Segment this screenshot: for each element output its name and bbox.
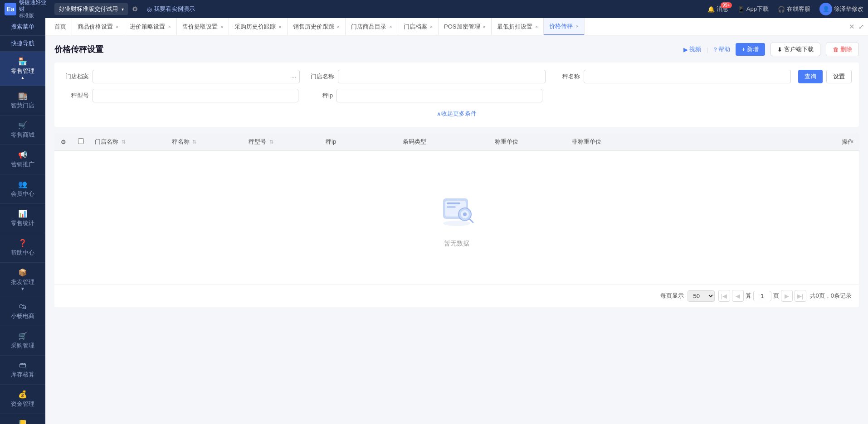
sidebar-item-wholesale-mgmt[interactable]: 📦 批发管理 ▼	[0, 263, 45, 297]
tab-purchase-strategy-close[interactable]: ×	[168, 24, 171, 29]
next-page-button[interactable]: ▶	[781, 290, 793, 302]
tab-price-scale-close[interactable]: ×	[575, 24, 578, 29]
settings-button-form[interactable]: 设置	[826, 70, 852, 83]
table-container: ⚙ 门店名称 ⇅ 秤名称	[54, 133, 859, 151]
tab-goods-price-close[interactable]: ×	[116, 24, 118, 29]
retail-mgmt-icon: 🏪	[18, 57, 27, 66]
messages-button[interactable]: 🔔 消息 99+	[707, 5, 728, 13]
query-button[interactable]: 查询	[798, 70, 823, 83]
sidebar-item-smart-store[interactable]: 🏬 智慧门店	[0, 86, 45, 116]
search-menu-button[interactable]: 搜索菜单	[0, 18, 45, 36]
last-page-button[interactable]: ▶|	[795, 290, 806, 302]
sidebar-item-xiao-chang[interactable]: 🛍 小畅电商	[0, 297, 45, 326]
sidebar-item-purchase-mgmt[interactable]: 🛒 采购管理	[0, 326, 45, 356]
download-button[interactable]: ⬇ 客户端下载	[770, 43, 820, 56]
video-link[interactable]: ▶ 视频	[683, 45, 701, 53]
tab-sales-history-close[interactable]: ×	[337, 24, 340, 29]
add-button[interactable]: + 新增	[736, 43, 765, 56]
sidebar-item-retail-mgmt[interactable]: 🏪 零售管理 ▲	[0, 52, 45, 86]
tab-sale-price[interactable]: 售价提取设置 ×	[177, 18, 229, 35]
online-service-label: 在线客服	[787, 5, 810, 13]
sidebar-item-retail-stats[interactable]: 📊 零售统计	[0, 204, 45, 233]
tab-price-scale-label: 价格传秤	[549, 22, 573, 30]
online-service-button[interactable]: 🎧 在线客服	[778, 5, 810, 13]
chevron-down-icon: ▾	[122, 7, 124, 12]
tab-sale-price-close[interactable]: ×	[220, 24, 223, 29]
sort-store-name-icon[interactable]: ⇅	[122, 139, 126, 145]
tab-goods-price[interactable]: 商品价格设置 ×	[72, 18, 124, 35]
sidebar-item-help-center-label: 帮助中心	[11, 249, 34, 257]
sidebar-item-inventory[interactable]: 🗃 库存核算	[0, 356, 45, 385]
quick-nav-button[interactable]: 快捷导航	[0, 36, 45, 52]
tab-pos-management-close[interactable]: ×	[483, 24, 486, 29]
pagination-bar: 每页显示 10 20 50 100 |◀ ◀ 算 页	[54, 284, 859, 307]
sidebar-item-retail-mgmt-label: 零售管理	[11, 67, 34, 75]
avatar: 👤	[819, 3, 832, 15]
svg-rect-3	[447, 202, 460, 204]
sidebar-item-marketing[interactable]: 📢 营销推广	[0, 145, 45, 174]
expand-tab-button[interactable]: ⤢	[858, 23, 864, 31]
username-label: 徐泽华修改	[834, 5, 863, 13]
store-profile-input-wrapper: ···	[93, 70, 300, 83]
select-all-checkbox[interactable]	[78, 138, 84, 144]
tab-store-profile[interactable]: 门店档案 ×	[398, 18, 439, 35]
total-info: 共0页，0条记录	[810, 292, 852, 300]
tab-purchase-history[interactable]: 采购历史价跟踪 ×	[229, 18, 287, 35]
product-selector[interactable]: 好业财标准版交付试用 ▾	[54, 3, 128, 15]
page-number-input[interactable]	[753, 291, 771, 301]
search-row-1: 门店档案 ··· 门店名称 秤名称	[62, 70, 852, 83]
tab-store-catalog[interactable]: 门店商品目录 ×	[346, 18, 398, 35]
scale-ip-input[interactable]	[336, 89, 542, 102]
tab-min-discount-close[interactable]: ×	[535, 24, 538, 29]
tab-purchase-strategy[interactable]: 进价策略设置 ×	[124, 18, 176, 35]
tab-home[interactable]: 首页	[49, 18, 72, 35]
scale-name-input[interactable]	[584, 70, 791, 83]
sidebar-item-wholesale-mgmt-label: 批发管理	[11, 278, 34, 286]
user-menu[interactable]: 👤 徐泽华修改	[819, 3, 863, 15]
store-name-input[interactable]	[338, 70, 545, 83]
col-weight-unit-label: 称重单位	[495, 138, 518, 145]
tab-pos-management[interactable]: POS加密管理 ×	[439, 18, 492, 35]
per-page-select[interactable]: 10 20 50 100	[688, 290, 715, 302]
first-page-button[interactable]: |◀	[718, 290, 730, 302]
tab-sales-history[interactable]: 销售历史价跟踪 ×	[288, 18, 346, 35]
sidebar-item-smart-store-label: 智慧门店	[11, 101, 34, 110]
sidebar-item-member-center[interactable]: 👥 会员中心	[0, 174, 45, 204]
scale-ip-label: 秤ip	[306, 92, 333, 100]
sidebar-item-retail-mall[interactable]: 🛒 零售商城	[0, 116, 45, 145]
wholesale-mgmt-icon: 📦	[18, 268, 27, 277]
demo-link[interactable]: ◎ 我要看实例演示	[147, 5, 195, 13]
prev-page-button[interactable]: ◀	[732, 290, 744, 302]
col-check-header[interactable]	[73, 133, 89, 151]
tab-store-profile-close[interactable]: ×	[430, 24, 433, 29]
ellipsis-icon[interactable]: ···	[291, 73, 296, 80]
tab-store-catalog-close[interactable]: ×	[389, 24, 392, 29]
tab-min-discount[interactable]: 最低折扣设置 ×	[492, 18, 544, 35]
col-non-weight-unit-label: 非称重单位	[572, 138, 601, 145]
retail-mall-icon: 🛒	[18, 121, 27, 130]
delete-button[interactable]: 🗑 删除	[826, 43, 859, 56]
scale-model-input[interactable]	[93, 89, 298, 102]
inventory-icon: 🗃	[19, 361, 26, 369]
help-link[interactable]: ? 帮助	[714, 45, 730, 53]
collapse-bar[interactable]: ∧ 收起更多条件	[62, 108, 852, 120]
tab-price-scale[interactable]: 价格传秤 ×	[544, 18, 584, 35]
store-name-label: 门店名称	[307, 72, 334, 81]
search-form: 门店档案 ··· 门店名称 秤名称	[54, 63, 859, 127]
col-settings-header[interactable]: ⚙	[54, 133, 73, 151]
scale-ip-group: 秤ip	[306, 89, 542, 102]
tab-purchase-history-close[interactable]: ×	[278, 24, 281, 29]
sort-scale-model-icon[interactable]: ⇅	[269, 139, 273, 145]
settings-icon[interactable]: ⚙	[132, 5, 138, 13]
sidebar-item-finance[interactable]: 💰 资金管理	[0, 385, 45, 414]
per-page-label: 每页显示	[660, 292, 684, 300]
page-actions: ▶ 视频 | ? 帮助 + 新增 ⬇ 客户端下载	[683, 43, 859, 56]
close-tab-button[interactable]: ✕	[849, 23, 855, 31]
sidebar-item-general-ledger[interactable]: 📒 总账管理	[0, 414, 45, 424]
tab-sales-history-label: 销售历史价跟踪	[293, 23, 334, 31]
app-download-label: App下载	[746, 5, 769, 13]
sort-scale-name-icon[interactable]: ⇅	[192, 139, 196, 145]
store-profile-input[interactable]	[93, 70, 300, 83]
sidebar-item-help-center[interactable]: ❓ 帮助中心	[0, 233, 45, 263]
app-download-button[interactable]: 📱 App下载	[737, 5, 769, 13]
